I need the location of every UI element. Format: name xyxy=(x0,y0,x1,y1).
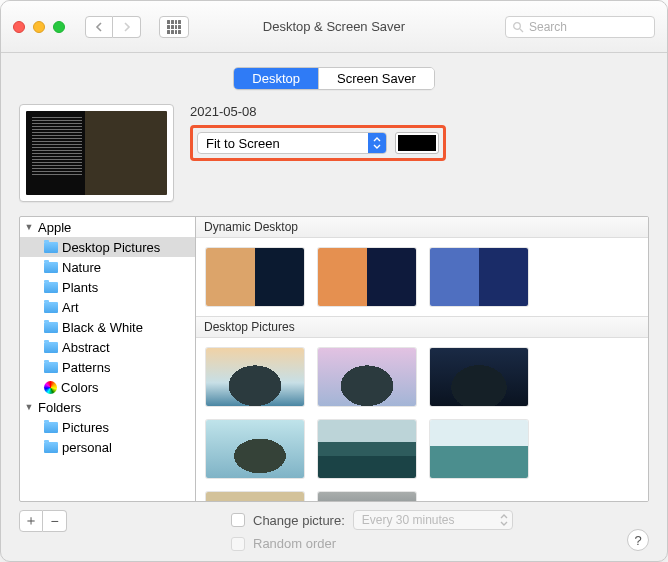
sidebar-item-plants[interactable]: Plants xyxy=(20,277,195,297)
wallpaper-thumbnail[interactable] xyxy=(430,248,528,306)
disclosure-triangle-icon: ▼ xyxy=(24,402,34,412)
folder-icon xyxy=(44,342,58,353)
search-placeholder: Search xyxy=(529,20,567,34)
zoom-window-button[interactable] xyxy=(53,21,65,33)
wallpaper-thumbnail[interactable] xyxy=(318,248,416,306)
back-button[interactable] xyxy=(85,16,113,38)
wallpaper-thumbnail[interactable] xyxy=(206,248,304,306)
forward-button[interactable] xyxy=(113,16,141,38)
rotation-options: Change picture: Every 30 minutes Random … xyxy=(231,510,513,551)
add-folder-button[interactable]: ＋ xyxy=(19,510,43,532)
content: Desktop Screen Saver 2021-05-08 Fit to S… xyxy=(1,53,667,561)
sidebar-item-pictures[interactable]: Pictures xyxy=(20,417,195,437)
chevron-up-down-icon xyxy=(500,514,508,526)
thumbnail-browser[interactable]: Dynamic Desktop Desktop Pictures xyxy=(196,217,648,501)
sidebar-group-apple[interactable]: ▼ Apple xyxy=(20,217,195,237)
help-button[interactable]: ? xyxy=(627,529,649,551)
color-wheel-icon xyxy=(44,381,57,394)
folder-icon xyxy=(44,282,58,293)
search-icon xyxy=(512,21,524,33)
svg-point-0 xyxy=(514,22,521,29)
bottom-bar: ＋ − Change picture: Every 30 minutes Ran… xyxy=(19,502,649,551)
change-interval-select[interactable]: Every 30 minutes xyxy=(353,510,513,530)
section-header-dynamic: Dynamic Desktop xyxy=(196,217,648,238)
sidebar-item-desktop-pictures[interactable]: Desktop Pictures xyxy=(20,237,195,257)
folder-icon xyxy=(44,442,58,453)
tab-screen-saver[interactable]: Screen Saver xyxy=(318,68,434,89)
folder-icon xyxy=(44,362,58,373)
random-order-checkbox[interactable] xyxy=(231,537,245,551)
folder-icon xyxy=(44,302,58,313)
wallpaper-filename: 2021-05-08 xyxy=(190,104,446,119)
minimize-window-button[interactable] xyxy=(33,21,45,33)
folder-icon xyxy=(44,262,58,273)
change-picture-label: Change picture: xyxy=(253,513,345,528)
titlebar: Desktop & Screen Saver Search xyxy=(1,1,667,53)
sidebar-item-black-white[interactable]: Black & White xyxy=(20,317,195,337)
remove-folder-button[interactable]: − xyxy=(43,510,67,532)
grid-icon xyxy=(167,20,181,34)
sidebar-item-abstract[interactable]: Abstract xyxy=(20,337,195,357)
window-controls xyxy=(13,21,65,33)
wallpaper-thumbnail[interactable] xyxy=(318,348,416,406)
sidebar-item-nature[interactable]: Nature xyxy=(20,257,195,277)
wallpaper-thumbnail[interactable] xyxy=(206,420,304,478)
browser-split: ▼ Apple Desktop Pictures Nature Plants A… xyxy=(19,216,649,502)
wallpaper-thumbnail[interactable] xyxy=(430,348,528,406)
fill-mode-value: Fit to Screen xyxy=(206,136,280,151)
wallpaper-preview-well xyxy=(19,104,174,202)
search-field[interactable]: Search xyxy=(505,16,655,38)
svg-line-1 xyxy=(520,29,523,32)
fill-mode-select[interactable]: Fit to Screen xyxy=(197,132,387,154)
add-remove-buttons: ＋ − xyxy=(19,510,67,532)
current-wallpaper-row: 2021-05-08 Fit to Screen xyxy=(19,104,649,202)
sidebar-item-personal[interactable]: personal xyxy=(20,437,195,457)
wallpaper-thumbnail[interactable] xyxy=(206,348,304,406)
folder-icon xyxy=(44,422,58,433)
source-list[interactable]: ▼ Apple Desktop Pictures Nature Plants A… xyxy=(20,217,196,501)
wallpaper-thumbnail[interactable] xyxy=(318,492,416,501)
sidebar-item-colors[interactable]: Colors xyxy=(20,377,195,397)
nav-buttons xyxy=(85,16,141,38)
picture-thumbnails xyxy=(196,338,648,501)
segmented-control: Desktop Screen Saver xyxy=(233,67,434,90)
chevron-left-icon xyxy=(95,22,103,32)
wallpaper-preview-image xyxy=(26,111,167,195)
chevron-up-down-icon xyxy=(373,137,381,149)
sidebar-item-patterns[interactable]: Patterns xyxy=(20,357,195,377)
highlighted-fill-controls: Fit to Screen xyxy=(190,125,446,161)
show-all-button[interactable] xyxy=(159,16,189,38)
sidebar-item-art[interactable]: Art xyxy=(20,297,195,317)
wallpaper-thumbnail[interactable] xyxy=(206,492,304,501)
wallpaper-thumbnail[interactable] xyxy=(318,420,416,478)
section-header-pictures: Desktop Pictures xyxy=(196,316,648,338)
dynamic-thumbnails xyxy=(196,238,648,316)
preferences-window: Desktop & Screen Saver Search Desktop Sc… xyxy=(0,0,668,562)
disclosure-triangle-icon: ▼ xyxy=(24,222,34,232)
tab-desktop[interactable]: Desktop xyxy=(234,68,318,89)
sidebar-group-label: Apple xyxy=(38,220,71,235)
fill-color-well[interactable] xyxy=(395,132,439,154)
wallpaper-thumbnail[interactable] xyxy=(430,420,528,478)
select-stepper xyxy=(368,133,386,153)
random-order-label: Random order xyxy=(253,536,336,551)
close-window-button[interactable] xyxy=(13,21,25,33)
folder-icon xyxy=(44,242,58,253)
sidebar-group-label: Folders xyxy=(38,400,81,415)
change-interval-value: Every 30 minutes xyxy=(362,513,455,527)
tab-bar: Desktop Screen Saver xyxy=(19,67,649,90)
sidebar-group-folders[interactable]: ▼ Folders xyxy=(20,397,195,417)
folder-icon xyxy=(44,322,58,333)
change-picture-checkbox[interactable] xyxy=(231,513,245,527)
chevron-right-icon xyxy=(123,22,131,32)
